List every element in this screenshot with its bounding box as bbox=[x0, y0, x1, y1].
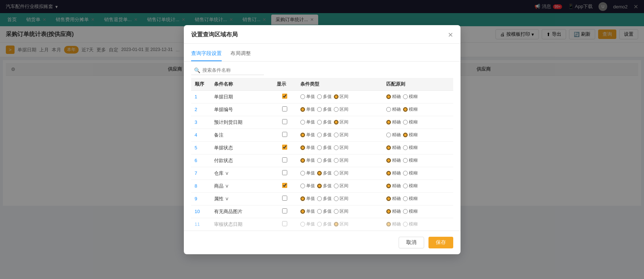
dialog-tabs: 查询字段设置 布局调整 bbox=[184, 44, 461, 62]
match-radio-精确[interactable] bbox=[386, 94, 391, 99]
match-radio-模糊[interactable] bbox=[403, 171, 408, 176]
display-checkbox[interactable] bbox=[282, 119, 287, 124]
table-row: 4备注单值多值区间精确模糊 bbox=[191, 129, 453, 141]
type-radio-单值[interactable] bbox=[300, 158, 305, 163]
table-header-row: 顺序 条件名称 显示 条件类型 匹配原则 bbox=[191, 78, 453, 91]
match-radio-group: 精确模糊 bbox=[386, 94, 449, 100]
type-radio-多值[interactable] bbox=[317, 145, 322, 150]
table-row: 8商品 ∨单值多值区间精确模糊 bbox=[191, 180, 453, 192]
row-order: 6 bbox=[195, 158, 197, 163]
match-radio-模糊[interactable] bbox=[403, 107, 408, 112]
row-order: 7 bbox=[195, 170, 197, 176]
row-order: 2 bbox=[195, 107, 197, 112]
type-radio-单值[interactable] bbox=[300, 94, 305, 99]
col-header-display: 显示 bbox=[273, 78, 296, 91]
display-checkbox[interactable] bbox=[282, 94, 287, 99]
type-radio-多值[interactable] bbox=[317, 158, 322, 163]
type-radio-单值[interactable] bbox=[300, 133, 305, 137]
type-radio-group: 单值多值区间 bbox=[300, 208, 379, 209]
type-radio-单值[interactable] bbox=[300, 145, 305, 150]
display-checkbox[interactable] bbox=[282, 208, 287, 209]
type-radio-group: 单值多值区间 bbox=[300, 183, 379, 189]
row-name: 预计到货日期 bbox=[210, 116, 273, 129]
match-radio-精确[interactable] bbox=[386, 171, 391, 176]
type-radio-区间[interactable] bbox=[334, 107, 339, 112]
type-radio-区间[interactable] bbox=[334, 94, 339, 99]
type-radio-group: 单值多值区间 bbox=[300, 157, 379, 164]
match-radio-模糊[interactable] bbox=[403, 196, 408, 201]
match-radio-模糊[interactable] bbox=[403, 184, 408, 188]
type-radio-group: 单值多值区间 bbox=[300, 145, 379, 151]
overlay: 设置查询区域布局 ✕ 查询字段设置 布局调整 🔍 顺序 bbox=[0, 0, 644, 209]
match-radio-group: 精确模糊 bbox=[386, 183, 449, 189]
type-radio-多值[interactable] bbox=[317, 133, 322, 137]
match-radio-精确[interactable] bbox=[386, 145, 391, 150]
type-radio-多值[interactable] bbox=[317, 184, 322, 188]
row-order: 9 bbox=[195, 196, 197, 201]
table-row: 7仓库 ∨单值多值区间精确模糊 bbox=[191, 167, 453, 180]
dialog-search: 🔍 bbox=[184, 62, 461, 78]
type-radio-单值[interactable] bbox=[300, 171, 305, 176]
type-radio-单值[interactable] bbox=[300, 184, 305, 188]
tab-query-fields[interactable]: 查询字段设置 bbox=[191, 48, 222, 61]
match-radio-精确[interactable] bbox=[386, 196, 391, 201]
match-radio-精确[interactable] bbox=[386, 184, 391, 188]
tab-layout-adjust[interactable]: 布局调整 bbox=[230, 48, 251, 61]
display-checkbox[interactable] bbox=[282, 132, 287, 137]
match-radio-精确[interactable] bbox=[386, 107, 391, 112]
display-checkbox[interactable] bbox=[282, 196, 287, 201]
match-radio-模糊[interactable] bbox=[403, 158, 408, 163]
type-radio-区间[interactable] bbox=[334, 158, 339, 163]
table-row: 5单据状态单值多值区间精确模糊 bbox=[191, 141, 453, 154]
row-order: 3 bbox=[195, 119, 197, 125]
type-radio-区间[interactable] bbox=[334, 196, 339, 201]
row-order: 5 bbox=[195, 145, 197, 150]
match-radio-group: 精确模糊 bbox=[386, 157, 449, 164]
search-input[interactable] bbox=[202, 67, 261, 73]
dialog-close-icon[interactable]: ✕ bbox=[448, 31, 453, 39]
match-radio-group: 精确模糊 bbox=[386, 196, 449, 202]
type-radio-group: 单值多值区间 bbox=[300, 119, 379, 125]
type-radio-区间[interactable] bbox=[334, 145, 339, 150]
type-radio-多值[interactable] bbox=[317, 120, 322, 125]
col-header-name: 条件名称 bbox=[210, 78, 273, 91]
type-radio-区间[interactable] bbox=[334, 133, 339, 137]
match-radio-精确[interactable] bbox=[386, 158, 391, 163]
row-name: 单据状态 bbox=[210, 141, 273, 154]
col-header-order: 顺序 bbox=[191, 78, 211, 91]
type-radio-单值[interactable] bbox=[300, 120, 305, 125]
match-radio-模糊[interactable] bbox=[403, 145, 408, 150]
type-radio-区间[interactable] bbox=[334, 171, 339, 176]
type-radio-group: 单值多值区间 bbox=[300, 196, 379, 202]
type-radio-group: 单值多值区间 bbox=[300, 132, 379, 138]
row-name: 备注 bbox=[210, 129, 273, 141]
dialog-table: 顺序 条件名称 显示 条件类型 匹配原则 1单据日期单值多值区间精确模糊2单据编… bbox=[191, 78, 453, 209]
table-row: 3预计到货日期单值多值区间精确模糊 bbox=[191, 116, 453, 129]
display-checkbox[interactable] bbox=[282, 183, 287, 188]
match-radio-模糊[interactable] bbox=[403, 120, 408, 125]
dialog-title: 设置查询区域布局 bbox=[191, 31, 238, 39]
display-checkbox[interactable] bbox=[282, 106, 287, 111]
display-checkbox[interactable] bbox=[282, 145, 287, 150]
type-radio-单值[interactable] bbox=[300, 107, 305, 112]
type-radio-多值[interactable] bbox=[317, 94, 322, 99]
type-radio-多值[interactable] bbox=[317, 171, 322, 176]
settings-dialog: 设置查询区域布局 ✕ 查询字段设置 布局调整 🔍 顺序 bbox=[184, 25, 461, 209]
type-radio-单值[interactable] bbox=[300, 196, 305, 201]
type-radio-区间[interactable] bbox=[334, 120, 339, 125]
type-radio-区间[interactable] bbox=[334, 184, 339, 188]
table-row: 2单据编号单值多值区间精确模糊 bbox=[191, 103, 453, 116]
match-radio-group: 精确模糊 bbox=[386, 208, 449, 209]
type-radio-多值[interactable] bbox=[317, 107, 322, 112]
row-order: 4 bbox=[195, 132, 197, 138]
display-checkbox[interactable] bbox=[282, 170, 287, 175]
match-radio-模糊[interactable] bbox=[403, 133, 408, 137]
match-radio-group: 精确模糊 bbox=[386, 145, 449, 151]
type-radio-多值[interactable] bbox=[317, 196, 322, 201]
display-checkbox[interactable] bbox=[282, 157, 287, 162]
match-radio-模糊[interactable] bbox=[403, 94, 408, 99]
match-radio-精确[interactable] bbox=[386, 133, 391, 137]
match-radio-精确[interactable] bbox=[386, 120, 391, 125]
row-order: 8 bbox=[195, 183, 197, 189]
col-header-type: 条件类型 bbox=[297, 78, 383, 91]
